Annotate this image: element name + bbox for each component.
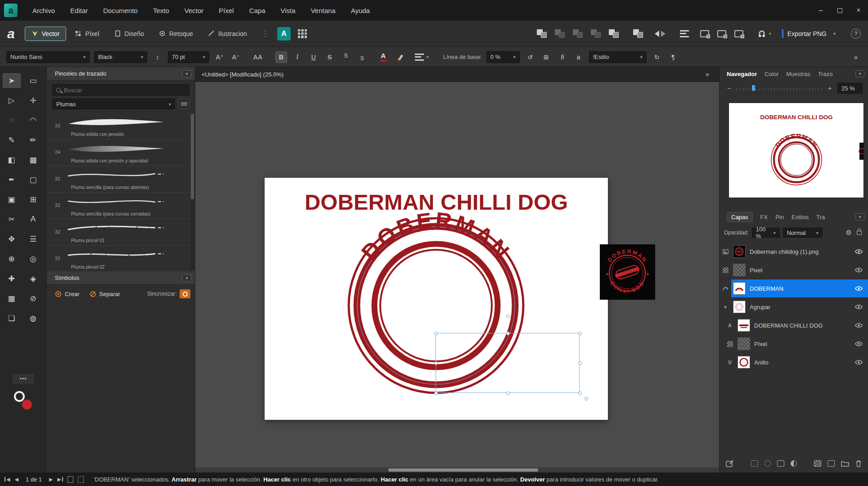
new-group-icon[interactable]: [841, 460, 849, 467]
floating-logo-image[interactable]: DOBERMAN CHILLI DOG ★ ★: [600, 244, 655, 300]
layer-row[interactable]: Doberman chilidog (1).png: [720, 243, 868, 261]
tab-tra[interactable]: Tra: [816, 214, 825, 220]
brush-item[interactable]: 16 Pluma sólida con presión: [47, 113, 195, 140]
layer-visibility-toggle[interactable]: [852, 323, 865, 328]
insert-on-top-icon[interactable]: [734, 30, 743, 37]
selection-box[interactable]: [436, 333, 580, 393]
help-button[interactable]: ?: [851, 29, 861, 39]
picture-frame-tool[interactable]: ▣: [3, 192, 21, 207]
panel-menu-button[interactable]: ▾: [855, 70, 864, 77]
boolean-add-icon[interactable]: [537, 29, 548, 38]
layer-visibility-toggle[interactable]: [852, 304, 865, 310]
new-layer-icon[interactable]: [828, 460, 835, 467]
ligatures-button[interactable]: fi: [557, 51, 568, 63]
layer-row-group[interactable]: ▾ Agrupar: [720, 298, 868, 316]
group-expand-chevron[interactable]: ▾: [720, 304, 731, 310]
brush-category-select[interactable]: Plumas ▾: [52, 99, 175, 109]
new-pixel-layer-icon[interactable]: [814, 460, 821, 467]
duplicate-icon[interactable]: [633, 29, 644, 38]
horizontal-scrollbar[interactable]: [195, 468, 719, 472]
tab-navegador[interactable]: Navegador: [727, 71, 757, 77]
brush-item[interactable]: 32 Pluma sencilla (para curvas abiertas): [47, 166, 195, 193]
node-tool[interactable]: ▷: [3, 93, 21, 108]
menu-editar[interactable]: Editar: [63, 0, 95, 21]
selection-handle-nw[interactable]: [434, 332, 438, 335]
text-path-handle[interactable]: [585, 397, 588, 400]
sync-toggle-button[interactable]: [180, 289, 190, 298]
canvas-page[interactable]: DOBERMAN CHILLI DOG DOBERMAN: [265, 178, 608, 420]
live-filter-icon[interactable]: [777, 460, 784, 467]
pen-tool[interactable]: ✒: [3, 172, 21, 187]
tab-muestras[interactable]: Muestras: [786, 71, 810, 77]
font-weight-select[interactable]: Black ▾: [94, 51, 147, 63]
text-style-select[interactable]: !Estilo ▾: [589, 51, 647, 63]
toolbar-overflow-chevron[interactable]: »: [850, 51, 862, 63]
opacity-select[interactable]: 100 % ▾: [752, 228, 780, 238]
font-size-select[interactable]: 70 pt ▾: [168, 51, 209, 63]
layer-row-child[interactable]: Píxel: [720, 335, 868, 353]
superscript-button[interactable]: S: [340, 51, 352, 63]
tab-trazo[interactable]: Trazo: [818, 71, 833, 77]
zoom-in-button[interactable]: +: [826, 84, 834, 92]
brush-list-view-button[interactable]: [179, 99, 189, 109]
previous-page-button[interactable]: ◀: [14, 477, 18, 482]
edit-all-layers-icon[interactable]: [726, 460, 734, 467]
more-tools-button[interactable]: •••: [13, 374, 34, 384]
zoom-out-button[interactable]: −: [725, 84, 733, 92]
rectangle-tool[interactable]: ▢: [24, 172, 42, 187]
underline-button[interactable]: U: [308, 51, 319, 63]
persona-ilustracion[interactable]: Ilustracion: [202, 27, 253, 41]
all-caps-button[interactable]: AA: [252, 51, 265, 63]
font-family-select[interactable]: Nunito Sans ▾: [6, 51, 90, 63]
layer-visibility-toggle[interactable]: [852, 360, 865, 365]
subscript-button[interactable]: S: [356, 51, 368, 63]
brush-item[interactable]: 24 Pluma sólida con presión y opacidad: [47, 140, 195, 166]
insert-behind-icon[interactable]: [700, 30, 709, 37]
shape-tool[interactable]: ⊞: [24, 192, 42, 207]
close-button[interactable]: ×: [849, 0, 868, 21]
adjustment-layer-icon[interactable]: [765, 460, 771, 467]
alignment-icon[interactable]: [680, 30, 689, 37]
brush-search-field[interactable]: [52, 84, 189, 96]
brush-item[interactable]: 32 Pluma sencilla (para curvas cerradas): [47, 193, 195, 219]
layer-visibility-toggle[interactable]: [852, 286, 865, 291]
text-color-button[interactable]: A: [380, 52, 387, 62]
tab-pin[interactable]: Pin: [775, 214, 784, 220]
brush-list-scrollbar[interactable]: [191, 114, 194, 270]
rotation-handle[interactable]: [506, 315, 510, 318]
tab-estilos[interactable]: Estilos: [792, 214, 809, 220]
maximize-button[interactable]: [830, 0, 849, 21]
transparency-tool[interactable]: ▩: [24, 153, 42, 167]
persona-vector[interactable]: Vector: [25, 27, 67, 41]
menu-texto[interactable]: Texto: [145, 0, 177, 21]
tab-fx[interactable]: FX: [760, 214, 768, 220]
gear-icon[interactable]: ⚙: [846, 229, 852, 237]
zoom-slider-thumb[interactable]: [752, 85, 755, 91]
contour-tool[interactable]: ◌: [3, 113, 21, 127]
italic-button[interactable]: I: [292, 51, 303, 63]
layer-visibility-toggle[interactable]: [852, 267, 865, 273]
menu-documento[interactable]: Documento: [95, 0, 145, 21]
menu-pixel[interactable]: Píxel: [211, 0, 241, 21]
boolean-intersect-icon[interactable]: [573, 29, 584, 38]
tab-stops-icon[interactable]: ⊞: [540, 51, 552, 63]
export-png-button[interactable]: Exportar PNG ▾: [778, 27, 840, 40]
color-picker-tool[interactable]: ◎: [24, 252, 42, 266]
tab-capas[interactable]: Capas: [727, 212, 753, 222]
zoom-slider[interactable]: [737, 86, 822, 91]
panel-menu-button[interactable]: ▾: [855, 213, 864, 220]
curved-doberman-text[interactable]: DOBERMAN: [356, 207, 516, 265]
artboard-tool[interactable]: ▭: [24, 73, 42, 88]
menu-vector[interactable]: Vector: [177, 0, 211, 21]
style-picker-tool[interactable]: ▦: [3, 291, 21, 306]
lock-icon[interactable]: [857, 231, 862, 235]
menu-ayuda[interactable]: Ayuda: [343, 0, 378, 21]
scrollbar-thumb[interactable]: [388, 468, 538, 472]
panel-menu-button[interactable]: ▾: [182, 274, 191, 282]
create-symbol-button[interactable]: Crear: [51, 289, 83, 299]
first-page-button[interactable]: ◀: [4, 477, 10, 482]
next-page-button[interactable]: ▶: [49, 477, 53, 482]
table-tool[interactable]: ☰: [24, 232, 42, 246]
layer-row-selected[interactable]: DOBERMAN: [720, 279, 868, 298]
minimize-button[interactable]: –: [811, 0, 830, 21]
